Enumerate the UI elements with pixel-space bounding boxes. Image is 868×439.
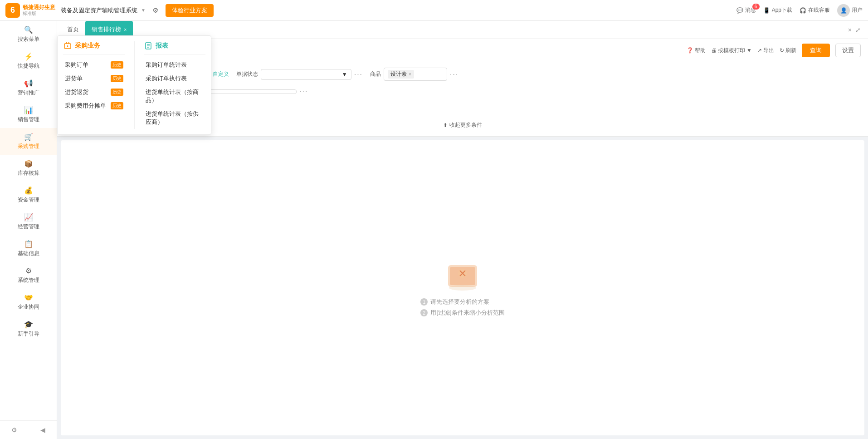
sidebar-item-operations[interactable]: 📈 经营管理 [0,208,57,235]
purchase-dropdown-menu: 采购业务 采购订单 历史 进货单 历史 进货退货 历史 采购费用分摊单 历史 [57,35,211,135]
gear-sidebar-icon: ⚙ [25,266,32,275]
menu-item-receipt[interactable]: 进货单 历史 [63,72,125,85]
date-custom[interactable]: 自定义 [213,70,229,78]
status-dots[interactable]: ··· [354,70,363,79]
svg-point-2 [449,285,476,291]
sidebar-item-finance[interactable]: 💰 资金管理 [0,182,57,208]
logo-sub: 标准版 [23,11,55,16]
avatar: 👤 [837,4,850,17]
goods-tag: 设计素 × [388,70,414,79]
sidebar-item-enterprise[interactable]: 🤝 企业协同 [0,289,57,316]
goods-label: 商品 [370,70,381,78]
export-icon: ↗ [757,47,762,54]
sidebar-item-search[interactable]: 🔍 搜索菜单 [0,21,57,48]
salesperson-dots[interactable]: ··· [299,88,308,96]
tab-expand-area: × ⤢ [848,26,864,34]
tab-close-button[interactable]: × [124,27,127,32]
print-dropdown-arrow[interactable]: ▼ [746,47,752,54]
purchase-business-title: 采购业务 [63,41,125,54]
list-icon: 📋 [24,240,33,248]
sidebar-item-guide[interactable]: 🎓 新手引导 [0,316,57,342]
empty-state: 1 请先选择要分析的方案 2 用[过滤]条件来缩小分析范围 [61,140,864,435]
settings-bottom-button[interactable]: ⚙ [10,424,19,435]
fullscreen-icon[interactable]: ⤢ [855,26,861,34]
status-input[interactable]: ▼ [261,69,351,80]
filter-goods: 商品 设计素 × ··· [370,68,458,81]
chart-icon: 📊 [24,106,33,114]
collapse-sidebar-button[interactable]: ◀ [39,424,47,435]
status-dropdown-arrow: ▼ [342,71,347,78]
svg-point-7 [67,45,68,47]
setting-button[interactable]: 设置 [835,44,861,57]
empty-illustration [440,256,485,292]
menu-item-expense[interactable]: 采购费用分摊单 历史 [63,99,125,113]
sidebar-item-quicknav[interactable]: ⚡ 快捷导航 [0,48,57,74]
headset-icon: 🎧 [800,7,806,14]
help-icon: ❓ [687,47,693,54]
sidebar-item-basic-info[interactable]: 📋 基础信息 [0,235,57,262]
goods-input[interactable]: 设计素 × [384,68,447,81]
reports-title: 报表 [144,41,206,54]
notification-badge: 6 [752,4,760,10]
menu-item-purchase-order[interactable]: 采购订单 历史 [63,58,125,72]
history-badge-1[interactable]: 历史 [111,75,123,82]
graduate-icon: 🎓 [24,320,33,329]
purchase-business-icon [63,41,72,50]
goods-dots[interactable]: ··· [450,70,458,79]
history-badge-3[interactable]: 历史 [111,102,123,109]
reports-icon [144,41,153,50]
purchase-business-col: 采购业务 采购订单 历史 进货单 历史 进货退货 历史 采购费用分摊单 历史 [63,41,125,129]
top-right: 💬 消息 6 📱 App下载 🎧 在线客服 👤 用户 [736,4,863,17]
logo-main: 畅捷通好生意 [23,4,55,10]
app-download-button[interactable]: 📱 App下载 [763,6,792,14]
empty-svg [440,256,485,292]
export-action[interactable]: ↗ 导出 [757,47,774,54]
menu-item-return[interactable]: 进货退货 历史 [63,85,125,99]
sidebar-item-inventory[interactable]: 📦 库存核算 [0,155,57,182]
user-button[interactable]: 👤 用户 [837,4,863,17]
industry-button[interactable]: 体验行业方案 [166,4,214,17]
menu-divider [134,41,135,129]
handshake-icon: 🤝 [24,293,33,302]
online-service-button[interactable]: 🎧 在线客服 [800,6,830,14]
status-label: 单据状态 [236,70,258,78]
phone-icon: 📱 [763,7,770,14]
salesperson-input[interactable] [206,89,297,94]
money-icon: 💰 [24,186,33,195]
history-badge-0[interactable]: 历史 [111,61,123,69]
sidebar-item-sales[interactable]: 📊 销售管理 [0,101,57,128]
megaphone-icon: 📢 [24,79,33,88]
menu-item-receipt-stats-supplier[interactable]: 进货单统计表（按供应商） [144,107,206,129]
logo-area: 6 畅捷通好生意 标准版 [5,3,55,18]
logo-icon: 6 [5,3,20,18]
search-icon: 🔍 [24,25,33,34]
menu-item-receipt-stats-goods[interactable]: 进货单统计表（按商品） [144,85,206,107]
reports-col: 报表 采购订单统计表 采购订单执行表 进货单统计表（按商品） 进货单统计表（按供… [144,41,206,129]
sidebar-item-purchase[interactable]: 🛒 采购管理 [0,128,57,155]
gear-button[interactable]: ⚙ [149,4,162,17]
cart-icon: 🛒 [24,133,33,141]
sidebar-bottom: ⚙ ◀ [0,420,57,439]
notification-icon: 💬 [736,7,743,14]
sidebar-item-marketing[interactable]: 📢 营销推广 [0,74,57,101]
trending-icon: 📈 [24,213,33,222]
notifications-button[interactable]: 💬 消息 6 [736,6,756,14]
system-dropdown-arrow[interactable]: ▼ [141,8,146,13]
empty-tips: 1 请先选择要分析的方案 2 用[过滤]条件来缩小分析范围 [420,298,504,320]
empty-tip-2: 2 用[过滤]条件来缩小分析范围 [420,309,504,317]
sidebar-item-system[interactable]: ⚙ 系统管理 [0,262,57,289]
logo-text: 畅捷通好生意 标准版 [23,4,55,16]
refresh-icon: ↻ [780,47,784,54]
filter-status: 单据状态 ▼ ··· [236,69,363,80]
query-button[interactable]: 查询 [802,44,830,57]
menu-item-purchase-order-stats[interactable]: 采购订单统计表 [144,58,206,72]
goods-tag-close[interactable]: × [409,72,411,77]
collapse-up-icon: ⬆ [443,122,448,128]
top-bar: 6 畅捷通好生意 标准版 装备及固定资产辅助管理系统 ▼ ⚙ 体验行业方案 💬 … [0,0,868,21]
print-action[interactable]: 🖨 按模板打印 ▼ [711,47,752,54]
close-window-icon[interactable]: × [848,26,852,34]
history-badge-2[interactable]: 历史 [111,89,123,96]
help-action[interactable]: ❓ 帮助 [687,47,706,54]
menu-item-purchase-order-exec[interactable]: 采购订单执行表 [144,72,206,85]
refresh-action[interactable]: ↻ 刷新 [780,47,796,54]
